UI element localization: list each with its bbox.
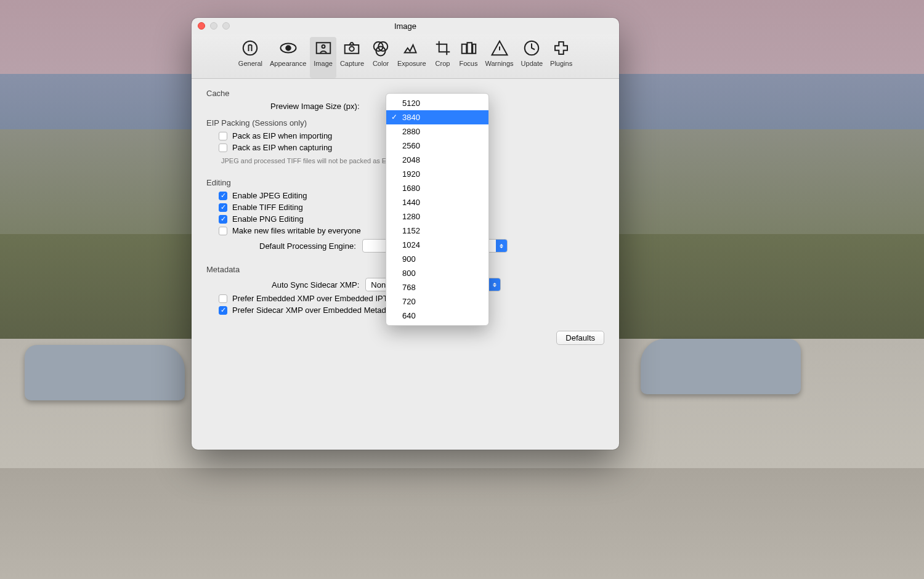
- svg-point-6: [350, 47, 355, 52]
- dropdown-option[interactable]: 5120: [386, 96, 488, 110]
- preview-size-dropdown[interactable]: 5120384028802560204819201680144012801152…: [386, 93, 489, 326]
- tab-general[interactable]: General: [235, 37, 266, 78]
- tab-crop[interactable]: Crop: [430, 37, 456, 78]
- tab-label: General: [238, 60, 262, 67]
- dropdown-option[interactable]: 720: [386, 294, 488, 309]
- tab-label: Update: [521, 60, 543, 67]
- dropdown-option[interactable]: 1024: [386, 238, 488, 252]
- dropdown-option[interactable]: 800: [386, 266, 488, 280]
- titlebar: Image: [192, 18, 619, 34]
- checkbox-pack-capture[interactable]: [219, 144, 227, 152]
- tab-label: Focus: [460, 60, 478, 67]
- tab-label: Exposure: [397, 60, 426, 67]
- checkbox-label: Pack as EIP when capturing: [232, 143, 332, 152]
- tab-label: Plugins: [550, 60, 572, 67]
- checkbox-label: Enable PNG Editing: [232, 214, 304, 224]
- minimize-button[interactable]: [210, 22, 217, 30]
- checkbox-label: Prefer Sidecar XMP over Embedded Metadat…: [232, 306, 397, 315]
- checkbox-label: Make new files writable by everyone: [232, 226, 361, 235]
- checkbox-jpeg-editing[interactable]: [219, 192, 227, 200]
- crop-icon: [434, 39, 452, 57]
- svg-rect-12: [472, 44, 476, 54]
- defaults-button[interactable]: Defaults: [556, 331, 604, 345]
- svg-point-4: [322, 45, 325, 48]
- svg-point-0: [243, 41, 257, 55]
- appearance-icon: [279, 39, 298, 57]
- exposure-icon: [402, 39, 421, 57]
- preferences-window: Image General Appearance Image Capture C…: [192, 18, 619, 450]
- checkbox-prefer-embedded-xmp[interactable]: [219, 294, 227, 303]
- tab-exposure[interactable]: Exposure: [394, 37, 429, 78]
- general-icon: [241, 39, 259, 57]
- tab-label: Color: [373, 60, 389, 67]
- image-icon: [314, 39, 333, 57]
- dropdown-option[interactable]: 1280: [386, 209, 488, 224]
- preferences-toolbar: General Appearance Image Capture Color E…: [192, 34, 619, 79]
- svg-rect-10: [461, 44, 466, 54]
- tab-update[interactable]: Update: [517, 37, 546, 78]
- tab-label: Image: [314, 60, 333, 67]
- tab-capture[interactable]: Capture: [336, 37, 368, 78]
- update-icon: [522, 39, 541, 57]
- tab-plugins[interactable]: Plugins: [546, 37, 576, 78]
- capture-icon: [342, 39, 361, 57]
- checkbox-label: Pack as EIP when importing: [232, 131, 332, 140]
- engine-label: Default Processing Engine:: [259, 241, 356, 251]
- tab-label: Crop: [436, 60, 450, 67]
- close-button[interactable]: [198, 22, 205, 30]
- wallpaper-plane: [641, 339, 801, 394]
- dropdown-option[interactable]: 2048: [386, 153, 488, 167]
- checkbox-label: Prefer Embedded XMP over Embedded IPTC: [232, 294, 394, 303]
- chevron-updown-icon: [496, 240, 507, 252]
- dropdown-option[interactable]: 640: [386, 309, 488, 323]
- wallpaper-plane: [25, 345, 185, 400]
- svg-point-2: [286, 46, 291, 51]
- tab-color[interactable]: Color: [368, 37, 394, 78]
- checkbox-label: Enable TIFF Editing: [232, 203, 303, 212]
- dropdown-option[interactable]: 2560: [386, 139, 488, 153]
- window-controls: [198, 22, 230, 30]
- dropdown-option[interactable]: 3840: [386, 110, 488, 124]
- window-title: Image: [394, 22, 416, 31]
- tab-focus[interactable]: Focus: [456, 37, 482, 78]
- tab-image[interactable]: Image: [310, 37, 336, 78]
- focus-icon: [460, 39, 478, 57]
- checkbox-label: Enable JPEG Editing: [232, 191, 307, 200]
- warnings-icon: [490, 39, 509, 57]
- preview-size-label: Preview Image Size (px):: [270, 102, 360, 111]
- svg-rect-11: [467, 43, 472, 54]
- tab-appearance[interactable]: Appearance: [266, 37, 310, 78]
- dropdown-option[interactable]: 1152: [386, 224, 488, 238]
- zoom-button[interactable]: [222, 22, 230, 30]
- sidecar-label: Auto Sync Sidecar XMP:: [272, 280, 359, 290]
- dropdown-option[interactable]: 768: [386, 280, 488, 294]
- checkbox-png-editing[interactable]: [219, 215, 227, 224]
- checkbox-make-writable[interactable]: [219, 227, 227, 235]
- checkbox-tiff-editing[interactable]: [219, 203, 227, 212]
- chevron-updown-icon: [489, 278, 500, 291]
- checkbox-prefer-sidecar-xmp[interactable]: [219, 306, 227, 315]
- tab-label: Appearance: [270, 60, 306, 67]
- checkbox-pack-import[interactable]: [219, 132, 227, 140]
- plugins-icon: [552, 39, 570, 57]
- dropdown-option[interactable]: 2880: [386, 124, 488, 139]
- tab-label: Warnings: [485, 60, 514, 67]
- color-icon: [371, 39, 390, 57]
- dropdown-option[interactable]: 1440: [386, 195, 488, 209]
- dropdown-option[interactable]: 1920: [386, 167, 488, 181]
- tab-warnings[interactable]: Warnings: [482, 37, 517, 78]
- dropdown-option[interactable]: 900: [386, 252, 488, 266]
- dropdown-option[interactable]: 1680: [386, 181, 488, 195]
- tab-label: Capture: [340, 60, 364, 67]
